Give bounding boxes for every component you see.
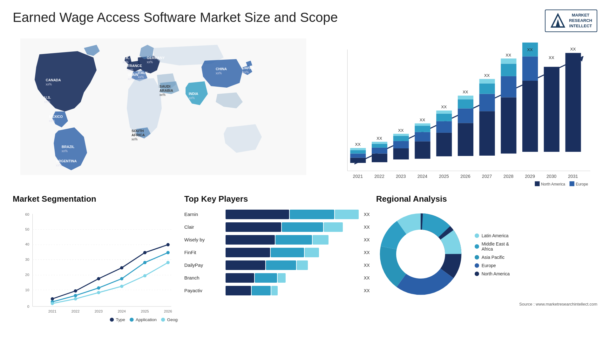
svg-text:2022: 2022 xyxy=(71,309,79,313)
svg-rect-52 xyxy=(350,150,366,153)
svg-text:50: 50 xyxy=(25,227,29,231)
bar-chart-section: 2021 2022 2023 2024 2025 2026 2027 2028 … xyxy=(323,38,597,185)
svg-text:Type: Type xyxy=(116,317,125,322)
svg-text:xx%: xx% xyxy=(138,75,144,79)
svg-text:2021: 2021 xyxy=(353,174,363,179)
segmentation-title: Market Segmentation xyxy=(13,194,178,204)
svg-rect-70 xyxy=(436,133,452,156)
svg-rect-60 xyxy=(393,148,409,159)
svg-text:2024: 2024 xyxy=(118,309,126,313)
legend-label-europe: Europe xyxy=(482,263,496,268)
player-name-clair: Clair xyxy=(184,224,222,230)
svg-text:40: 40 xyxy=(25,242,29,246)
svg-point-140 xyxy=(110,318,114,321)
regional-legend: Latin America Middle East &Africa Asia P… xyxy=(475,233,510,276)
legend-dot-mea xyxy=(475,244,479,249)
svg-rect-51 xyxy=(350,153,366,158)
bar-chart-svg: 2021 2022 2023 2024 2025 2026 2027 2028 … xyxy=(327,38,597,196)
svg-text:MEXICO: MEXICO xyxy=(49,115,63,118)
svg-text:2031: 2031 xyxy=(568,174,578,179)
svg-text:xx%: xx% xyxy=(216,71,222,75)
svg-point-132 xyxy=(143,261,146,264)
svg-text:AFRICA: AFRICA xyxy=(132,133,145,137)
svg-rect-67 xyxy=(415,126,430,132)
svg-text:xx%: xx% xyxy=(44,100,50,104)
svg-point-131 xyxy=(120,277,123,280)
svg-text:20: 20 xyxy=(25,273,29,277)
legend-label-mea: Middle East &Africa xyxy=(482,241,509,252)
svg-text:2022: 2022 xyxy=(374,174,384,179)
svg-text:xx%: xx% xyxy=(49,119,55,123)
svg-rect-96 xyxy=(566,53,581,152)
svg-rect-62 xyxy=(393,136,409,141)
player-bars-wisely xyxy=(226,235,359,245)
svg-rect-55 xyxy=(372,153,387,162)
svg-text:SAUDI: SAUDI xyxy=(159,84,170,88)
svg-rect-83 xyxy=(479,79,495,83)
regional-content: Latin America Middle East &Africa Asia P… xyxy=(376,210,597,300)
svg-point-137 xyxy=(120,285,123,288)
svg-point-133 xyxy=(166,251,170,254)
svg-point-138 xyxy=(143,274,146,277)
svg-rect-98 xyxy=(535,181,539,186)
map-container: CANADA xx% U.S. xx% MEXICO xx% BRAZIL xx… xyxy=(13,38,314,175)
svg-rect-57 xyxy=(372,144,387,148)
player-row: Wisely by XX xyxy=(184,235,370,245)
legend-item-apac: Asia Pacific xyxy=(475,255,510,260)
svg-rect-75 xyxy=(458,123,473,156)
player-bars-payactiv xyxy=(226,286,359,295)
svg-point-123 xyxy=(74,289,77,292)
svg-point-127 xyxy=(166,243,170,246)
svg-rect-91 xyxy=(522,56,538,80)
player-bars-earnin xyxy=(226,210,359,219)
svg-rect-50 xyxy=(350,158,366,163)
svg-point-136 xyxy=(97,291,100,294)
svg-point-130 xyxy=(97,286,100,289)
legend-dot-europe xyxy=(475,263,479,268)
bar-chart-container: 2021 2022 2023 2024 2025 2026 2027 2028 … xyxy=(323,38,597,196)
svg-text:2030: 2030 xyxy=(546,174,557,179)
svg-rect-78 xyxy=(458,96,473,99)
svg-text:xx%: xx% xyxy=(189,96,195,100)
svg-text:xx%: xx% xyxy=(127,68,133,72)
svg-text:XX: XX xyxy=(463,90,468,94)
svg-rect-86 xyxy=(501,76,516,98)
svg-text:Europe: Europe xyxy=(576,182,588,186)
svg-text:xx%: xx% xyxy=(56,164,62,167)
legend-label-latin: Latin America xyxy=(482,233,509,238)
svg-rect-58 xyxy=(372,142,387,144)
seg-chart-container: 0 10 20 30 40 50 60 2021 2022 2023 2024 … xyxy=(13,210,178,324)
svg-point-134 xyxy=(51,302,54,305)
svg-text:INDIA: INDIA xyxy=(189,92,198,96)
seg-chart-svg: 0 10 20 30 40 50 60 2021 2022 2023 2024 … xyxy=(13,210,178,324)
svg-text:XX: XX xyxy=(506,52,512,57)
svg-rect-68 xyxy=(415,123,430,126)
header: Earned Wage Access Software Market Size … xyxy=(13,10,597,32)
svg-rect-56 xyxy=(372,148,387,154)
svg-text:JAPAN: JAPAN xyxy=(243,66,254,70)
svg-text:Application: Application xyxy=(136,317,157,322)
svg-rect-100 xyxy=(570,181,574,186)
svg-rect-82 xyxy=(479,83,495,94)
legend-item-na: North America xyxy=(475,271,510,276)
svg-text:CANADA: CANADA xyxy=(46,78,61,82)
logo: MARKET RESEARCH INTELLECT xyxy=(545,10,597,32)
svg-text:ARABIA: ARABIA xyxy=(159,89,173,92)
player-name-earnin: Earnin xyxy=(184,212,222,217)
svg-text:xx%: xx% xyxy=(46,83,52,86)
svg-text:U.K.: U.K. xyxy=(123,56,130,60)
svg-text:SOUTH: SOUTH xyxy=(132,129,144,133)
svg-text:0: 0 xyxy=(27,305,29,308)
logo-icon xyxy=(550,13,566,29)
svg-point-125 xyxy=(120,266,123,269)
svg-text:xx%: xx% xyxy=(62,149,68,153)
svg-text:U.S.: U.S. xyxy=(44,96,51,99)
key-players-section: Top Key Players Earnin XX Clair xyxy=(184,194,370,350)
svg-text:FRANCE: FRANCE xyxy=(127,64,142,68)
svg-rect-94 xyxy=(544,67,559,152)
svg-text:Geography: Geography xyxy=(167,317,178,322)
svg-point-139 xyxy=(166,261,170,264)
svg-rect-65 xyxy=(415,141,430,159)
svg-point-122 xyxy=(51,297,54,300)
svg-text:XX: XX xyxy=(355,142,361,147)
